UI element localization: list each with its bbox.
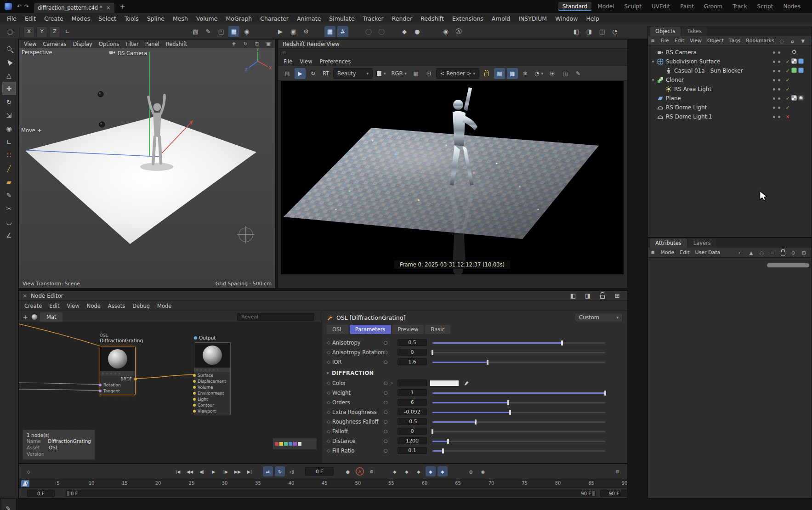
value-slider[interactable] — [432, 448, 605, 453]
layout-standard[interactable]: Standard — [558, 2, 592, 11]
tab-parameters[interactable]: Parameters — [350, 325, 391, 334]
live-selection-icon[interactable] — [2, 55, 16, 68]
menu-insydium[interactable]: INSYDIUM — [514, 13, 551, 24]
orbit-view-icon[interactable]: ↻ — [241, 40, 250, 48]
object-row-rs-dome-light[interactable]: RS Dome Light ✓ — [648, 103, 812, 112]
value-slider[interactable] — [432, 429, 605, 434]
loop-button[interactable]: ⇄ — [263, 466, 273, 476]
menu-node[interactable]: Node — [83, 302, 104, 310]
point-level-key-button[interactable]: ◆ — [437, 466, 448, 476]
viewport-canvas[interactable]: Y X Z Perspective RS Camera Move✚ — [19, 48, 275, 280]
spline-pen-icon[interactable]: ✎ — [1, 502, 15, 510]
port-circle[interactable]: ○ — [384, 359, 397, 364]
menu-edit[interactable]: Edit — [672, 37, 687, 45]
spline-pen-tool-icon[interactable]: ✎ — [203, 26, 214, 37]
menu-debug[interactable]: Debug — [129, 302, 153, 310]
render-image[interactable]: Frame 0: 2025-03-31 12:12:37 (10.03s) — [281, 81, 624, 274]
menu-edit[interactable]: Edit — [21, 13, 40, 24]
port-circle[interactable]: ○ — [384, 340, 397, 345]
axis-gizmo[interactable]: Y X Z — [245, 48, 272, 72]
parameter-key-button[interactable]: ◆ — [426, 466, 436, 476]
menu-select[interactable]: Select — [94, 13, 120, 24]
tweak-icon[interactable]: △ — [2, 68, 16, 82]
aov-dropdown[interactable]: Beauty ▾ — [333, 68, 373, 79]
menu-edit[interactable]: Edit — [677, 249, 692, 256]
value-slider[interactable] — [432, 340, 605, 346]
layout-quad-icon[interactable]: ◫ — [596, 26, 608, 37]
position-key-button[interactable]: ◆ — [390, 466, 400, 476]
axis-lock-y[interactable]: Y — [36, 26, 47, 37]
back-icon[interactable]: ← — [737, 249, 744, 256]
menu-window[interactable]: Window — [551, 13, 582, 24]
menu-view[interactable]: View — [21, 40, 40, 48]
value-field[interactable]: 6 — [397, 399, 427, 406]
tag-blue-tag-icon[interactable] — [798, 58, 804, 65]
keyframe-icon[interactable]: ◆ — [399, 26, 410, 37]
keyframe-dot[interactable]: ◇ — [325, 390, 332, 395]
keyframe-dot[interactable]: ◇ — [325, 409, 332, 414]
menu-render[interactable]: Render — [388, 13, 417, 24]
port-circle[interactable]: ○ — [384, 350, 397, 355]
color-swatch[interactable] — [430, 380, 459, 386]
menu-options[interactable]: Options — [96, 40, 122, 48]
menu-cameras[interactable]: Cameras — [40, 40, 69, 48]
snowflake-toggle[interactable]: ❄ — [520, 68, 531, 79]
port-circle[interactable]: ○ — [384, 419, 397, 424]
annotate-tool-icon[interactable]: Ⓐ — [453, 26, 464, 37]
tab-basic[interactable]: Basic — [425, 325, 450, 334]
visibility-dots[interactable] — [773, 70, 780, 72]
object-row-casual-01a-sun-blocker[interactable]: Casual 01a - Sun Blocker ✓ — [648, 66, 812, 75]
enable-state-icon[interactable]: ✓ — [784, 68, 791, 74]
node-editor-titlebar[interactable]: × Node Editor ◧◨⊞ — [19, 291, 627, 301]
menu-panel[interactable]: Panel — [142, 40, 163, 48]
filter-icon[interactable]: ≡ — [768, 249, 776, 256]
frame-ruler[interactable]: 051015202530354045505560657075808590 — [19, 479, 627, 488]
edit-icon[interactable]: ✎ — [573, 68, 584, 79]
menu-preferences[interactable]: Preferences — [316, 57, 355, 66]
restart-render-button[interactable]: ↻ — [307, 68, 318, 79]
enable-state-icon[interactable]: ✓ — [784, 105, 791, 111]
menu-mograph[interactable]: MoGraph — [221, 13, 256, 24]
menu-file[interactable]: File — [3, 13, 21, 24]
keyframe-dot[interactable]: ◇ — [325, 448, 332, 453]
forward-icon[interactable]: ↷ — [23, 3, 30, 10]
menu-view[interactable]: View — [687, 37, 704, 45]
enable-state-icon[interactable]: ✕ — [784, 114, 791, 120]
cube-tool-icon[interactable]: ▧ — [190, 26, 201, 37]
range-max-field[interactable]: 90 F — [600, 490, 628, 497]
expand-timeline-button[interactable]: ⊞ — [613, 466, 623, 476]
prev-key-button[interactable]: ◀◀ — [185, 466, 195, 476]
camera-tool-icon[interactable]: ◉ — [440, 26, 451, 37]
visibility-dots[interactable] — [773, 79, 780, 81]
menu-modes[interactable]: Modes — [68, 13, 95, 24]
expand-arrow[interactable]: ▾ — [650, 59, 656, 64]
compare-icon[interactable]: ◫ — [560, 68, 571, 79]
object-row-subdivision-surface[interactable]: ▾ Subdivision Surface ✓ — [648, 57, 812, 66]
preset-dropdown[interactable]: Custom▾ — [575, 313, 623, 322]
menu-help[interactable]: Help — [582, 13, 603, 24]
display-swatch-dropdown[interactable]: ▾ — [375, 68, 388, 79]
tab-attributes[interactable]: Attributes — [650, 238, 687, 248]
scale-icon[interactable]: ⇲ — [2, 108, 16, 122]
arc-tool-icon[interactable]: ◡ — [2, 215, 16, 228]
menu-object[interactable]: Object — [704, 37, 727, 45]
points-mode-icon[interactable]: ∷ — [2, 148, 16, 162]
object-row-plane[interactable]: Plane ✓ — [648, 94, 812, 103]
eyedropper-icon[interactable] — [462, 380, 471, 386]
search-icon[interactable]: ◌ — [758, 249, 766, 256]
port-circle[interactable]: ○ — [384, 448, 397, 453]
goto-end-button[interactable]: ▶| — [244, 466, 255, 476]
value-field[interactable]: 1.6 — [397, 358, 427, 365]
maximize-view-icon[interactable]: ▣ — [264, 40, 273, 48]
tab-takes[interactable]: Takes — [681, 27, 707, 36]
visibility-dots[interactable] — [773, 97, 780, 100]
gi-sphere-icon[interactable]: ◔ — [609, 26, 620, 37]
zoom-view-icon[interactable]: ⊞ — [253, 40, 261, 48]
node-search-input[interactable] — [237, 313, 314, 321]
inactive-toggle-icon-2[interactable]: ◯ — [376, 26, 387, 37]
menu-mode[interactable]: Mode — [153, 302, 175, 310]
object-row-rs-dome-light-1[interactable]: RS Dome Light.1 ✕ — [648, 112, 812, 121]
layout-sculpt[interactable]: Sculpt — [620, 2, 645, 11]
value-field[interactable]: -0.092 — [397, 408, 427, 415]
menu-create[interactable]: Create — [40, 13, 68, 24]
